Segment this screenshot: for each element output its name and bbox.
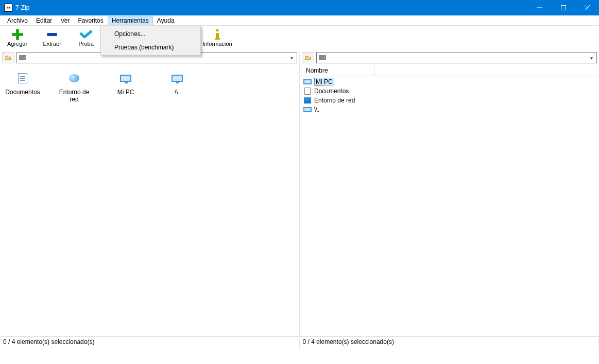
folder-up-icon (304, 54, 312, 61)
svg-point-5 (216, 29, 218, 32)
network-icon (64, 70, 84, 86)
drive-icon (19, 54, 27, 61)
monitor-icon (303, 106, 312, 114)
left-status: 0 / 4 elemento(s) seleccionado(s) (0, 337, 300, 349)
chevron-down-icon[interactable]: ▾ (587, 53, 595, 63)
menu-archivo[interactable]: Archivo (3, 16, 32, 25)
item-entorno-de-red[interactable]: Entorno de red (56, 70, 93, 103)
list-header: Nombre (300, 65, 599, 76)
monitor-icon (303, 78, 312, 86)
window-controls (528, 0, 599, 15)
folder-up-icon (5, 54, 12, 61)
right-path-combo[interactable]: ▾ (316, 52, 597, 63)
check-icon (78, 29, 94, 40)
menu-herramientas[interactable]: Herramientas (108, 16, 153, 25)
drive-icon (319, 54, 327, 61)
document-icon (12, 70, 33, 86)
tb-agregar[interactable]: Agregar (4, 28, 30, 48)
list-item-unc-root[interactable]: \\. (300, 105, 599, 114)
statusbar: 0 / 4 elemento(s) seleccionado(s) 0 / 4 … (0, 336, 599, 349)
list-item-entorno-de-red[interactable]: Entorno de red (300, 96, 599, 105)
window-title: 7-Zip (15, 4, 528, 11)
left-iconview[interactable]: Documentos Entorno de red Mi PC \\. (0, 65, 299, 336)
right-path-row: ▾ (300, 50, 599, 65)
list-item-documentos[interactable]: Documentos (300, 86, 599, 96)
chevron-down-icon[interactable]: ▾ (287, 53, 296, 63)
item-documentos[interactable]: Documentos (4, 70, 41, 96)
tb-extraer[interactable]: Extraer (40, 28, 64, 48)
minimize-button[interactable] (528, 0, 552, 15)
tb-probar[interactable]: Proba (74, 28, 98, 48)
menu-ayuda[interactable]: Ayuda (153, 16, 179, 25)
item-mi-pc[interactable]: Mi PC (107, 70, 144, 96)
menu-ver[interactable]: Ver (56, 16, 74, 25)
col-nombre[interactable]: Nombre (303, 65, 375, 76)
dd-opciones[interactable]: Opciones... (102, 27, 199, 41)
plus-icon (9, 29, 26, 40)
svg-rect-7 (215, 38, 220, 40)
monitor-icon (115, 70, 136, 86)
network-icon (303, 96, 312, 105)
right-status: 0 / 4 elemento(s) seleccionado(s) (300, 337, 600, 349)
svg-rect-4 (47, 33, 57, 36)
right-pane: ▾ Nombre Mi PC Documentos Entorno de red (300, 50, 599, 336)
herramientas-dropdown: Opciones... Pruebas (benchmark) (100, 26, 201, 56)
minus-icon (44, 29, 60, 40)
right-up-button[interactable] (302, 52, 314, 63)
monitor-icon (167, 70, 187, 86)
right-listview[interactable]: Nombre Mi PC Documentos Entorno de red (300, 65, 599, 336)
svg-rect-1 (561, 6, 566, 10)
menu-editar[interactable]: Editar (32, 16, 56, 25)
left-pane: ▾ Documentos Entorno de red Mi PC \\. (0, 50, 300, 336)
maximize-button[interactable] (552, 0, 575, 15)
panes: ▾ Documentos Entorno de red Mi PC \\. (0, 50, 599, 336)
titlebar: 7z 7-Zip (0, 0, 599, 15)
list-item-mi-pc[interactable]: Mi PC (300, 77, 599, 86)
document-icon (303, 87, 312, 95)
menubar: Archivo Editar Ver Favoritos Herramienta… (0, 15, 599, 26)
left-up-button[interactable] (2, 52, 14, 63)
toolbar: Agregar Extraer Proba rrar Información (0, 26, 599, 50)
info-icon (209, 29, 226, 40)
dd-benchmark[interactable]: Pruebas (benchmark) (102, 41, 199, 54)
item-unc-root[interactable]: \\. (159, 70, 196, 96)
tb-informacion[interactable]: Información (199, 28, 235, 48)
close-button[interactable] (575, 0, 599, 15)
app-icon: 7z (4, 4, 12, 12)
menu-favoritos[interactable]: Favoritos (74, 16, 107, 25)
